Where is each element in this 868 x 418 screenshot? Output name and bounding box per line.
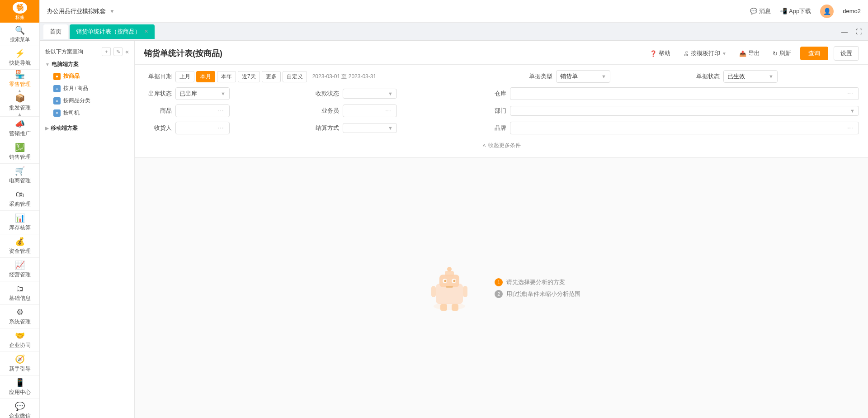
export-btn[interactable]: 📤 导出 [736, 48, 764, 59]
scheme-by-product[interactable]: ● 按商品 [40, 70, 134, 82]
sales-icon: 💹 [15, 142, 25, 152]
mobile-group-expand-icon: ▶ [45, 126, 49, 131]
warehouse-select[interactable]: ··· [510, 87, 859, 100]
sidebar-item-corpwx[interactable]: 💬 企业微信 [0, 399, 39, 418]
date-last-month[interactable]: 上月 [175, 71, 194, 82]
basic-icon: 🗂 [16, 284, 24, 294]
sidebar-item-wholesale[interactable]: 📦 批发管理 ▲ [0, 93, 39, 117]
sidebar-item-marketing[interactable]: 📣 营销推广 [0, 117, 39, 140]
message-btn[interactable]: 💬 消息 [750, 7, 771, 15]
doc-type-select[interactable]: 销货单 ▼ [556, 70, 610, 83]
sidebar-item-guide[interactable]: 🧭 新手引导 [0, 352, 39, 375]
svg-point-13 [447, 267, 452, 271]
product-select[interactable]: ··· [175, 104, 230, 117]
add-scheme-btn[interactable]: + [102, 47, 111, 56]
wholesale-icon: 📦 [15, 93, 25, 103]
edit-scheme-btn[interactable]: ✎ [113, 47, 123, 56]
date-more[interactable]: 更多 [262, 71, 281, 82]
sidebar-item-inventory[interactable]: 📊 库存核算 [0, 211, 39, 234]
settings-btn[interactable]: 设置 [834, 46, 859, 61]
date-this-year[interactable]: 本年 [217, 71, 236, 82]
sidebar-item-basic[interactable]: 🗂 基础信息 [0, 281, 39, 305]
marketing-icon: 📣 [15, 119, 25, 129]
sidebar-item-operations[interactable]: 📈 经营管理 [0, 258, 39, 281]
desktop-scheme-title[interactable]: ▼ 电脑端方案 [40, 59, 134, 70]
sidebar-item-ecommerce[interactable]: 🛒 电商管理 [0, 164, 39, 187]
filter-row-3: 商品 ··· 业务员 ··· 部门 [144, 104, 859, 117]
collapse-filter-btn[interactable]: ∧ 收起更多条件 [144, 139, 859, 152]
doc-status-select[interactable]: 已生效 ▼ [723, 70, 778, 83]
sidebar-item-appcenter[interactable]: 📱 应用中心 [0, 375, 39, 399]
warehouse-label: 仓库 [478, 90, 510, 98]
app-logo[interactable]: 畅 标账 [0, 0, 39, 23]
mobile-scheme-title[interactable]: ▶ 移动端方案 [40, 123, 134, 134]
sidebar-item-finance[interactable]: 💰 资金管理 [0, 234, 39, 258]
settlement-select[interactable]: ▼ [343, 123, 397, 133]
brand-dots[interactable]: ··· [845, 124, 855, 132]
date-this-month[interactable]: 本月 [196, 71, 215, 82]
help-btn[interactable]: ❓ 帮助 [646, 48, 674, 59]
svg-rect-9 [463, 286, 467, 297]
operations-icon: 📈 [15, 260, 25, 270]
export-icon: 📤 [739, 50, 746, 57]
sidebar-item-system[interactable]: ⚙ 系统管理 [0, 305, 39, 328]
tab-bar: 首页 销货单统计表（按商品） ✕ — ⛶ [40, 23, 868, 41]
tab-minimize-btn[interactable]: — [839, 26, 850, 37]
sidebar-item-sales[interactable]: 💹 销售管理 [0, 140, 39, 164]
app-download-btn[interactable]: 📲 App下载 [780, 7, 811, 15]
scheme-by-category[interactable]: ≡ 按商品分类 [40, 95, 134, 107]
title-arrow[interactable]: ▼ [109, 8, 115, 14]
scheme-icon-1: ≡ [53, 85, 61, 92]
quicknav-icon: ⚡ [15, 48, 25, 58]
tab-sales-stat[interactable]: 销货单统计表（按商品） ✕ [70, 24, 155, 39]
svg-rect-11 [452, 304, 458, 311]
user-avatar[interactable]: 👤 [820, 5, 834, 18]
message-icon: 💬 [750, 8, 757, 14]
tip-num-1: 1 [495, 278, 503, 286]
salesperson-select[interactable]: ··· [343, 104, 397, 117]
date-btns: 上月 本月 本年 近7天 更多 自定义 2023-03-01 至 2023-03… [175, 71, 376, 82]
dept-select[interactable]: ▼ [510, 106, 859, 116]
product-dots[interactable]: ··· [216, 107, 226, 115]
salesperson-dots[interactable]: ··· [383, 107, 393, 115]
warehouse-control: ··· [510, 87, 859, 100]
settlement-arrow: ▼ [388, 125, 393, 131]
sidebar-item-purchase[interactable]: 🛍 采购管理 [0, 187, 39, 211]
tab-home[interactable]: 首页 [43, 24, 68, 39]
sidebar-item-enterprise[interactable]: 🤝 企业协同 [0, 328, 39, 352]
scheme-by-cashier[interactable]: ≡ 按司机 [40, 107, 134, 119]
left-panel-header: 按以下方案查询 + ✎ « [40, 44, 134, 59]
receiver-select[interactable]: ··· [175, 122, 230, 134]
settlement-control: ▼ [343, 123, 478, 133]
tab-maximize-btn[interactable]: ⛶ [854, 26, 864, 37]
system-icon: ⚙ [16, 307, 24, 317]
date-custom[interactable]: 自定义 [283, 71, 307, 82]
top-header-left: 办公用品行业模拟账套 ▼ [47, 7, 115, 15]
sidebar-item-search[interactable]: 🔍 搜索菜单 [0, 23, 39, 46]
filter-area: 单据日期 上月 本月 本年 近7天 更多 自定义 2023-03-01 至 20… [135, 65, 868, 158]
date-7days[interactable]: 近7天 [238, 71, 260, 82]
scheme-icon-3: ≡ [53, 109, 61, 117]
refresh-btn[interactable]: ↻ 刷新 [769, 48, 795, 59]
sidebar-item-quicknav[interactable]: ⚡ 快捷导航 [0, 46, 39, 70]
scheme-by-month-product[interactable]: ≡ 按月+商品 [40, 82, 134, 95]
app-title: 办公用品行业模拟账套 [47, 7, 106, 15]
receiver-dots[interactable]: ··· [216, 124, 226, 132]
warehouse-dots[interactable]: ··· [845, 90, 855, 98]
out-status-select[interactable]: 已出库 ▼ [175, 87, 230, 100]
tab-close-btn[interactable]: ✕ [144, 28, 148, 34]
desktop-scheme-group: ▼ 电脑端方案 ● 按商品 ≡ 按月+商品 ≡ 按商品分类 ≡ 按司机 [40, 59, 134, 123]
product-control: ··· [175, 104, 311, 117]
left-panel: 按以下方案查询 + ✎ « ▼ 电脑端方案 ● 按商品 ≡ 按月+商品 [40, 41, 135, 418]
purchase-icon: 🛍 [16, 190, 24, 200]
tab-controls: — ⛶ [839, 26, 864, 37]
collapse-panel-btn[interactable]: « [125, 48, 129, 55]
refresh-icon: ↻ [773, 50, 778, 57]
print-btn[interactable]: 🖨 按模板打印 ▼ [679, 48, 730, 59]
sidebar-item-retail[interactable]: 🏪 零售管理 ▲ [0, 70, 39, 93]
query-btn[interactable]: 查询 [800, 47, 828, 60]
empty-robot-illustration [422, 261, 476, 315]
brand-select[interactable]: ··· [510, 122, 859, 134]
payment-status-select[interactable]: ▼ [343, 89, 397, 99]
date-range-text: 2023-03-01 至 2023-03-31 [312, 73, 376, 81]
